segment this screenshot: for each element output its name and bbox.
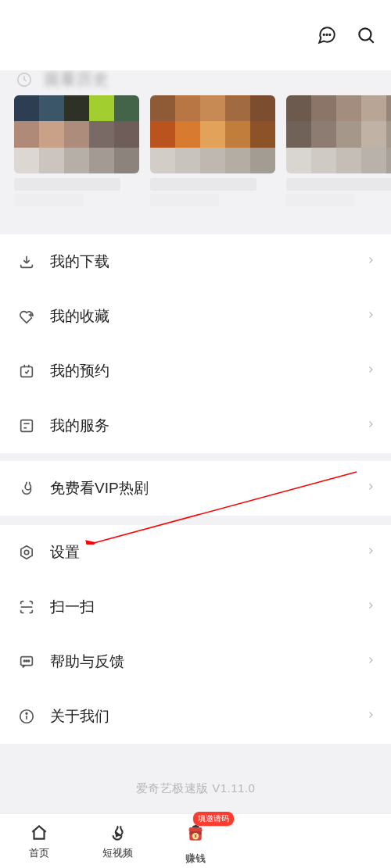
svg-marker-14 xyxy=(21,546,32,559)
menu-label: 免费看VIP热剧 xyxy=(50,478,366,498)
menu-label: 我的预约 xyxy=(50,361,366,381)
heart-plus-icon xyxy=(17,307,36,326)
search-icon[interactable] xyxy=(355,24,377,46)
menu-free-vip[interactable]: 免费看VIP热剧 xyxy=(0,461,391,516)
menu-label: 我的服务 xyxy=(50,416,366,436)
history-item[interactable] xyxy=(14,95,139,220)
chevron-right-icon xyxy=(366,544,375,561)
info-icon xyxy=(17,707,36,726)
menu-label: 我的下载 xyxy=(50,252,366,272)
svg-line-4 xyxy=(370,39,374,43)
svg-point-2 xyxy=(329,34,330,35)
chevron-right-icon xyxy=(366,653,375,670)
menu-group-promo: 免费看VIP热剧 xyxy=(0,461,391,516)
version-footer: 爱奇艺极速版 V1.11.0 xyxy=(0,781,391,796)
chevron-right-icon xyxy=(366,308,375,325)
svg-point-20 xyxy=(28,660,30,662)
svg-point-23 xyxy=(26,713,27,714)
svg-point-18 xyxy=(23,660,25,662)
nav-short-video[interactable]: 短视频 xyxy=(78,814,156,868)
chevron-right-icon xyxy=(366,708,375,725)
menu-services[interactable]: 我的服务 xyxy=(0,398,391,453)
version-text: 爱奇艺极速版 V1.11.0 xyxy=(136,781,256,795)
history-item[interactable] xyxy=(150,95,275,220)
gear-icon xyxy=(17,543,36,562)
fire-icon xyxy=(17,479,36,498)
menu-label: 设置 xyxy=(50,542,366,563)
chevron-right-icon xyxy=(366,363,375,380)
scan-icon xyxy=(17,598,36,616)
menu-label: 帮助与反馈 xyxy=(50,652,366,672)
feedback-icon xyxy=(17,652,36,671)
nav-home[interactable]: 首页 xyxy=(0,814,78,868)
nav-blank xyxy=(313,814,391,868)
nav-label: 赚钱 xyxy=(185,852,206,866)
menu-help[interactable]: 帮助与反馈 xyxy=(0,634,391,689)
download-icon xyxy=(17,252,36,271)
menu-reservations[interactable]: 我的预约 xyxy=(0,344,391,398)
chevron-right-icon xyxy=(366,253,375,270)
menu-settings[interactable]: 设置 xyxy=(0,525,391,580)
menu-scan[interactable]: 扫一扫 xyxy=(0,580,391,634)
svg-point-3 xyxy=(359,28,371,40)
short-video-icon xyxy=(106,822,128,844)
menu-group-my: 我的下载 我的收藏 我的预约 我的服务 xyxy=(0,234,391,453)
gift-badge: 填邀请码 xyxy=(193,812,234,826)
list-icon xyxy=(17,416,36,435)
svg-point-19 xyxy=(26,660,27,662)
history-item[interactable] xyxy=(286,95,391,220)
chevron-right-icon xyxy=(366,480,375,497)
nav-blank xyxy=(235,814,313,868)
svg-point-0 xyxy=(324,34,325,35)
svg-marker-25 xyxy=(117,833,119,836)
nav-label: 首页 xyxy=(29,846,49,860)
menu-label: 扫一扫 xyxy=(50,597,366,617)
calendar-icon xyxy=(17,362,36,380)
history-thumbnails[interactable] xyxy=(14,95,391,220)
svg-point-15 xyxy=(24,550,29,555)
nav-label: 短视频 xyxy=(102,846,133,860)
menu-group-settings: 设置 扫一扫 帮助与反馈 关于我们 xyxy=(0,525,391,744)
chat-icon[interactable] xyxy=(316,24,338,46)
top-bar xyxy=(0,0,391,70)
menu-label: 我的收藏 xyxy=(50,306,366,327)
svg-point-1 xyxy=(326,34,327,35)
menu-about[interactable]: 关于我们 xyxy=(0,689,391,744)
history-header-fragment: 观看历史 xyxy=(16,69,109,90)
menu-downloads[interactable]: 我的下载 xyxy=(0,234,391,289)
menu-favorites[interactable]: 我的收藏 xyxy=(0,289,391,344)
home-icon xyxy=(28,822,50,844)
chevron-right-icon xyxy=(366,417,375,434)
bottom-nav: 首页 短视频 ¥ 填邀请码 赚钱 xyxy=(0,813,391,868)
svg-rect-8 xyxy=(21,367,33,377)
chevron-right-icon xyxy=(366,598,375,616)
svg-rect-11 xyxy=(21,420,33,432)
nav-earn[interactable]: ¥ 填邀请码 赚钱 xyxy=(156,814,235,868)
menu-label: 关于我们 xyxy=(50,706,366,727)
